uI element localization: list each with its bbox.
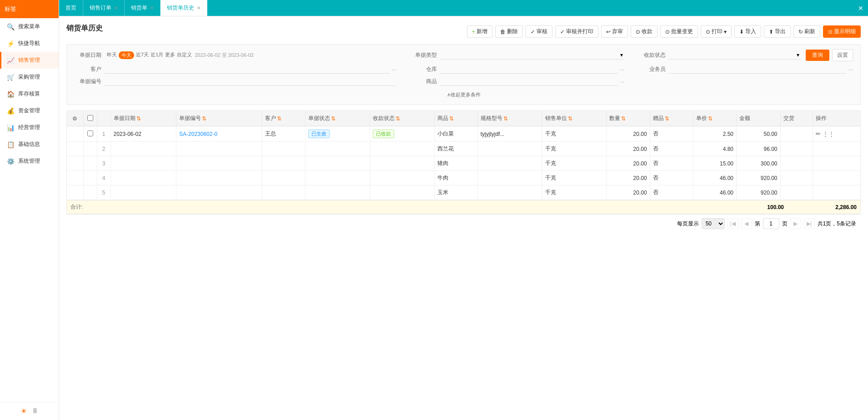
sidebar-item-basic-info[interactable]: 📋 基础信息 — [0, 136, 59, 153]
th-doc-status[interactable]: 单据状态 ⇅ — [305, 111, 370, 126]
cell-collect-status-1 — [370, 142, 434, 156]
collect-button[interactable]: ⊙ 收款 — [631, 25, 657, 38]
cell-qty-0: 20.00 — [607, 126, 650, 142]
settings-button[interactable]: 设置 — [832, 49, 853, 61]
audit-print-button[interactable]: ✓ 审核并打印 — [555, 25, 598, 38]
cell-doc-num-1[interactable] — [176, 142, 262, 156]
sidebar-item-system[interactable]: ⚙️ 系统管理 — [0, 153, 59, 170]
sidebar-item-sales[interactable]: 📈 销售管理 — [0, 52, 59, 69]
cell-checkbox-4[interactable] — [83, 185, 97, 200]
page-number-input[interactable] — [763, 218, 779, 229]
close-all-tabs[interactable]: ✕ — [858, 5, 863, 12]
date-today[interactable]: 今天 — [119, 51, 134, 59]
cell-checkbox-3[interactable] — [83, 171, 97, 185]
th-gift[interactable]: 赠品 ⇅ — [650, 111, 693, 126]
sidebar-item-inventory[interactable]: 🏠 库存核算 — [0, 85, 59, 102]
sidebar-item-quick-nav[interactable]: ⚡ 快捷导航 — [0, 35, 59, 52]
date-1month[interactable]: 近1月 — [151, 51, 163, 59]
th-checkbox[interactable] — [83, 111, 97, 126]
tab-sales-order[interactable]: 销售订单 ✕ — [83, 0, 125, 16]
tab-sales-history[interactable]: 销货单历史 ✕ — [161, 0, 207, 16]
sidebar-item-operations[interactable]: 📊 经营管理 — [0, 119, 59, 136]
warehouse-more[interactable]: ··· — [620, 66, 625, 73]
tab-sales-order-close[interactable]: ✕ — [114, 5, 118, 10]
cell-date-2 — [110, 156, 176, 171]
refresh-icon: ↻ — [798, 29, 803, 35]
doc-type-label: 单据类型 — [410, 51, 437, 59]
import-button[interactable]: ⬇ 导入 — [734, 25, 761, 38]
goods-input[interactable] — [440, 77, 618, 86]
print-button[interactable]: ⊙ 打印 ▾ — [701, 25, 732, 38]
batch-change-button[interactable]: ⊙ 批量变更 — [660, 25, 698, 38]
sidebar-bottom-icon2[interactable]: ⏸ — [31, 407, 39, 415]
per-page-select[interactable]: 50 100 200 — [702, 218, 725, 229]
cell-collect-status-0: 已收款 — [370, 126, 434, 142]
sidebar-item-search[interactable]: 🔍 搜索菜单 — [0, 18, 59, 35]
cell-checkbox-2[interactable] — [83, 156, 97, 171]
query-button[interactable]: 查询 — [806, 50, 829, 61]
audit-button[interactable]: ✓ 审核 — [526, 25, 552, 38]
last-page-btn[interactable]: ▶| — [804, 218, 815, 229]
total-info: 共1页，5条记录 — [818, 220, 856, 228]
pagination: 每页显示 50 100 200 |◀ ◀ 第 页 ▶ ▶| 共1页，5条记录 — [66, 214, 861, 233]
th-qty[interactable]: 数量 ⇅ — [607, 111, 650, 126]
th-doc-num[interactable]: 单据编号 ⇅ — [176, 111, 262, 126]
export-button[interactable]: ⬆ 导出 — [764, 25, 791, 38]
cell-doc-num-2[interactable] — [176, 156, 262, 171]
cell-doc-num-4[interactable] — [176, 185, 262, 200]
tab-home[interactable]: 首页 — [59, 0, 83, 16]
more-icon-0[interactable]: ⋮⋮ — [823, 130, 834, 137]
th-customer-label: 客户 — [265, 115, 276, 122]
collect-status-select[interactable]: ▾ — [668, 51, 801, 60]
settings-icon[interactable]: ⚙ — [72, 115, 77, 122]
select-all-checkbox[interactable] — [87, 115, 93, 121]
date-yesterday[interactable]: 昨天 — [107, 51, 117, 59]
cell-doc-num-3[interactable] — [176, 171, 262, 185]
tab-sales-history-close[interactable]: ✕ — [197, 5, 201, 10]
th-collect-status[interactable]: 收款状态 ⇅ — [370, 111, 434, 126]
th-price[interactable]: 单价 ⇅ — [693, 111, 736, 126]
tab-sales-delivery-close[interactable]: ✕ — [150, 5, 154, 10]
cell-customer-1 — [262, 142, 305, 156]
cell-checkbox-0[interactable] — [83, 126, 97, 142]
next-page-btn[interactable]: ▶ — [790, 218, 801, 229]
first-page-btn[interactable]: |◀ — [728, 218, 738, 229]
filter-row-2: 客户 ··· 仓库 ··· 业务员 ··· — [74, 65, 853, 74]
th-spec[interactable]: 规格型号 ⇅ — [477, 111, 542, 126]
th-settings[interactable]: ⚙ — [67, 111, 83, 126]
customer-more[interactable]: ··· — [391, 66, 396, 73]
abandon-button[interactable]: ↩ 弃审 — [601, 25, 628, 38]
th-unit[interactable]: 销售单位 ⇅ — [542, 111, 607, 126]
th-date[interactable]: 单据日期 ⇅ — [110, 111, 176, 126]
show-detail-button[interactable]: ⊙ 显示明细 — [823, 25, 861, 38]
goods-more[interactable]: ··· — [620, 79, 625, 85]
date-7days[interactable]: 近7天 — [136, 51, 149, 59]
cell-checkbox-1[interactable] — [83, 142, 97, 156]
prev-page-btn[interactable]: ◀ — [741, 218, 752, 229]
date-more[interactable]: 更多 — [165, 51, 175, 59]
doc-type-select[interactable]: ▾ — [440, 51, 624, 60]
th-customer[interactable]: 客户 ⇅ — [262, 111, 305, 126]
customer-input[interactable] — [104, 65, 390, 74]
collect-status-sort-icon: ⇅ — [396, 115, 400, 122]
delete-button[interactable]: 🗑 删除 — [495, 25, 523, 38]
sidebar-item-purchase[interactable]: 🛒 采购管理 — [0, 69, 59, 85]
th-goods[interactable]: 商品 ⇅ — [434, 111, 477, 126]
refresh-button[interactable]: ↻ 刷新 — [793, 25, 820, 38]
cell-spec-4 — [477, 185, 542, 200]
cell-doc-num-0[interactable]: SA-20230602-0 — [176, 126, 262, 142]
row-checkbox-0[interactable] — [87, 130, 93, 136]
sidebar-item-finance[interactable]: 💰 资金管理 — [0, 102, 59, 119]
warehouse-input[interactable] — [440, 65, 618, 74]
tab-sales-delivery[interactable]: 销货单 ✕ — [125, 0, 161, 16]
footer-qty-total: 100.00 — [748, 204, 802, 210]
collapse-filter-btn[interactable]: ∧ 收起更多条件 — [74, 90, 853, 100]
add-button[interactable]: + 新增 — [467, 25, 492, 38]
doc-num-input[interactable] — [104, 77, 396, 86]
sales-rep-input[interactable] — [668, 65, 847, 74]
edit-icon-0[interactable]: ✏ — [816, 130, 821, 137]
toolbar: + 新增 🗑 删除 ✓ 审核 ✓ 审核并打印 ↩ 弃审 — [467, 25, 861, 38]
sales-rep-more[interactable]: ··· — [848, 66, 853, 73]
date-custom[interactable]: 自定义 — [177, 51, 192, 59]
sidebar-bottom-icon1[interactable]: ☀ — [20, 407, 27, 415]
